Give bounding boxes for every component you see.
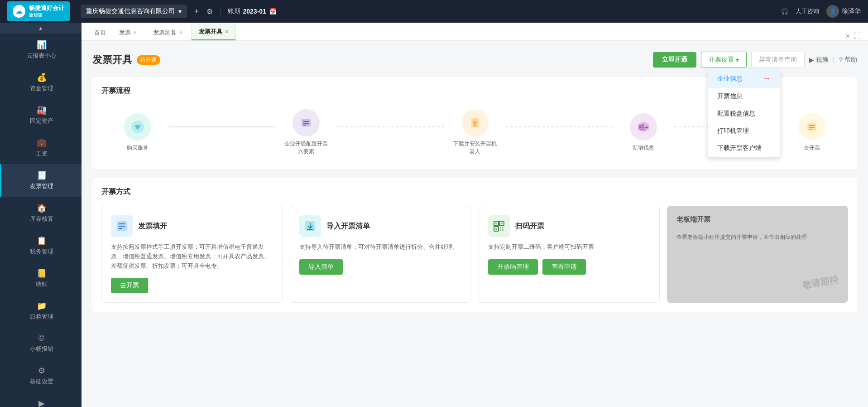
- company-selector[interactable]: 重庆畅捷交通信息咨询有限公司 ▾: [81, 5, 187, 18]
- method-header-scan: 扫码开票: [488, 215, 650, 237]
- dropdown-item-download[interactable]: 下载开票客户端: [708, 140, 780, 157]
- step-label-2: 企业开通配置开票六要素: [283, 140, 329, 155]
- view-apply-button[interactable]: 查看申请: [542, 259, 586, 275]
- tab-fapiao-kaiju[interactable]: 发票开具 ×: [191, 24, 236, 40]
- sidebar-label-xiaochang: 小畅报销: [30, 345, 53, 353]
- top-bar-left: ☁ 畅捷通好会计 旗舰版: [7, 1, 70, 21]
- tab-label-fapiao: 发票: [119, 29, 131, 37]
- sidebar-label-shuiwu: 税务管理: [30, 247, 53, 256]
- page-title: 发票开具: [92, 53, 132, 67]
- tab-home[interactable]: 首页: [89, 25, 111, 40]
- salary-icon: 💼: [37, 138, 47, 148]
- video-button[interactable]: ▶ 视频: [809, 56, 829, 64]
- tab-close-cesuan[interactable]: ×: [179, 29, 182, 36]
- dropdown-item-taxdisk[interactable]: 配置税盘信息: [708, 105, 780, 122]
- logo-area: ☁ 畅捷通好会计 旗舰版: [7, 1, 70, 21]
- tab-label-cesuan: 发票测算: [153, 29, 177, 37]
- step-label-5: 去开票: [804, 144, 820, 152]
- close-window-icon[interactable]: ×: [846, 32, 850, 40]
- import-button[interactable]: 导入清单: [299, 259, 343, 275]
- sidebar-label-zijin: 资金管理: [30, 84, 53, 92]
- sidebar-item-jiezhang[interactable]: 📒 结账: [0, 262, 82, 295]
- period-label: 账期: [228, 7, 240, 15]
- dropdown-item-invoice-info[interactable]: 开票信息: [708, 88, 780, 105]
- support-label[interactable]: 人工咨询: [796, 7, 819, 15]
- sidebar-scroll-up[interactable]: ▲: [0, 23, 82, 34]
- top-bar-center: 重庆畅捷交通信息咨询有限公司 ▾ + ⚙ 账期 2023-01 📅: [70, 5, 781, 18]
- sidebar-item-kucun[interactable]: 🏠 库存核算: [0, 197, 82, 229]
- logo-icon: ☁: [13, 5, 25, 18]
- main-body: ▲ 📊 云报表中心 💰 资金管理 🏭 固定资产 💼 工资 🧾 发票管理: [0, 23, 868, 407]
- step-icon-5: [798, 113, 825, 141]
- sidebar-label-kucun: 库存核算: [30, 215, 53, 223]
- fullscreen-icon[interactable]: ⛶: [854, 32, 861, 40]
- dropdown-item-company[interactable]: 企业信息 →: [708, 69, 780, 88]
- tabs-bar: 首页 发票 × 发票测算 × 发票开具 × × ⛶: [82, 23, 868, 41]
- import-desc: 支持导入待开票清单，可对待开票清单进行拆分、合并处理。: [299, 242, 461, 252]
- help-label: 帮助: [844, 56, 857, 64]
- sidebar-item-xiaochang[interactable]: © 小畅报销: [0, 327, 82, 359]
- svg-rect-26: [501, 223, 503, 224]
- flow-step-2: 企业开通配置开票六要素: [279, 109, 333, 155]
- tab-close-fapiao[interactable]: ×: [134, 29, 137, 36]
- fill-go-button[interactable]: 去开票: [111, 278, 148, 293]
- calendar-icon[interactable]: 📅: [269, 8, 277, 15]
- step-icon-3: [461, 109, 489, 136]
- settings-button[interactable]: 开票设置 ▾: [701, 52, 747, 68]
- top-actions: 🎧 人工咨询: [781, 7, 819, 15]
- step-label-1: 购买服务: [127, 144, 149, 152]
- methods-title: 开票方式: [101, 187, 848, 197]
- svg-rect-29: [502, 227, 504, 228]
- step-icon-2: [293, 109, 320, 136]
- sidebar-label-fapiao: 发票管理: [30, 182, 53, 190]
- sidebar-item-gudingzichan[interactable]: 🏭 固定资产: [0, 99, 82, 131]
- sidebar-item-xinshouyindao[interactable]: ▶ 新手引导: [0, 392, 82, 407]
- method-header-boss: 老板端开票: [676, 215, 839, 228]
- tab-fapiao[interactable]: 发票 ×: [111, 24, 144, 40]
- sidebar-label-jichushezhi: 基础设置: [30, 378, 53, 386]
- method-card-boss: 老板端开票 查看老板端小程序提交的开票申请，并作出相应的处理 敬请期待: [667, 206, 848, 303]
- cloud-report-icon: 📊: [37, 40, 47, 50]
- sidebar-item-guidang[interactable]: 📁 归档管理: [0, 295, 82, 327]
- tab-fapiao-cesuan[interactable]: 发票测算 ×: [145, 24, 190, 40]
- sidebar-item-yunbaobiao[interactable]: 📊 云报表中心: [0, 34, 82, 66]
- scan-invoice-icon: [488, 215, 510, 237]
- sidebar-item-shuiwu[interactable]: 📋 税务管理: [0, 229, 82, 262]
- expense-icon: ©: [38, 334, 44, 343]
- status-badge: 待开通: [137, 55, 160, 65]
- abnormal-button[interactable]: 异常清单查询: [751, 52, 805, 68]
- methods-grid: 发票填开 支持按照发票样式手工填开发票；可开具增值税电子普通发票、增值税普通发票…: [101, 206, 848, 303]
- page-actions: 立即开通 开票设置 ▾ 异常清单查询 ▶ 视频 | ?: [653, 52, 857, 68]
- fill-actions: 去开票: [111, 278, 273, 293]
- settings-label: 开票设置: [709, 56, 734, 64]
- asset-icon: 🏭: [37, 105, 47, 115]
- svg-text:税+: 税+: [638, 124, 648, 131]
- tab-close-kaiju[interactable]: ×: [225, 29, 228, 35]
- sidebar-label-gongzi: 工资: [36, 150, 48, 158]
- top-bar: ☁ 畅捷通好会计 旗舰版 重庆畅捷交通信息咨询有限公司 ▾ + ⚙ 账期 202…: [0, 0, 868, 23]
- dropdown-invoice-info-label: 开票信息: [717, 92, 743, 100]
- dropdown-item-printer[interactable]: 打印机管理: [708, 122, 780, 140]
- scan-desc: 支持定制开票二维码，客户端可扫码开票: [488, 242, 650, 252]
- scan-title: 扫码开票: [515, 222, 544, 231]
- boss-desc: 查看老板端小程序提交的开票申请，并作出相应的处理: [676, 233, 839, 242]
- headset-icon: 🎧: [781, 8, 788, 15]
- qrcode-manage-button[interactable]: 开票码管理: [488, 259, 538, 275]
- top-bar-right: 🎧 人工咨询 👤 徐泽华: [781, 5, 861, 18]
- sidebar-item-fapiao[interactable]: 🧾 发票管理: [0, 164, 82, 197]
- guide-icon: ▶: [38, 398, 45, 407]
- user-name: 徐泽华: [842, 7, 861, 15]
- tab-label-kaiju: 发票开具: [199, 28, 222, 36]
- add-icon[interactable]: +: [194, 7, 199, 16]
- base-settings-icon: ⚙: [38, 366, 45, 376]
- sidebar-item-gongzi[interactable]: 💼 工资: [0, 131, 82, 164]
- sidebar-item-zijin[interactable]: 💰 资金管理: [0, 66, 82, 99]
- help-button[interactable]: ? 帮助: [839, 56, 857, 64]
- fund-icon: 💰: [37, 73, 47, 82]
- sidebar-item-jichushezhi[interactable]: ⚙ 基础设置: [0, 359, 82, 392]
- company-name: 重庆畅捷交通信息咨询有限公司: [86, 7, 175, 15]
- method-card-import: 导入开票清单 支持导入待开票清单，可对待开票清单进行拆分、合并处理。 导入清单: [290, 206, 471, 303]
- settings-icon[interactable]: ⚙: [206, 7, 213, 16]
- import-actions: 导入清单: [299, 259, 461, 275]
- activate-button[interactable]: 立即开通: [653, 52, 696, 68]
